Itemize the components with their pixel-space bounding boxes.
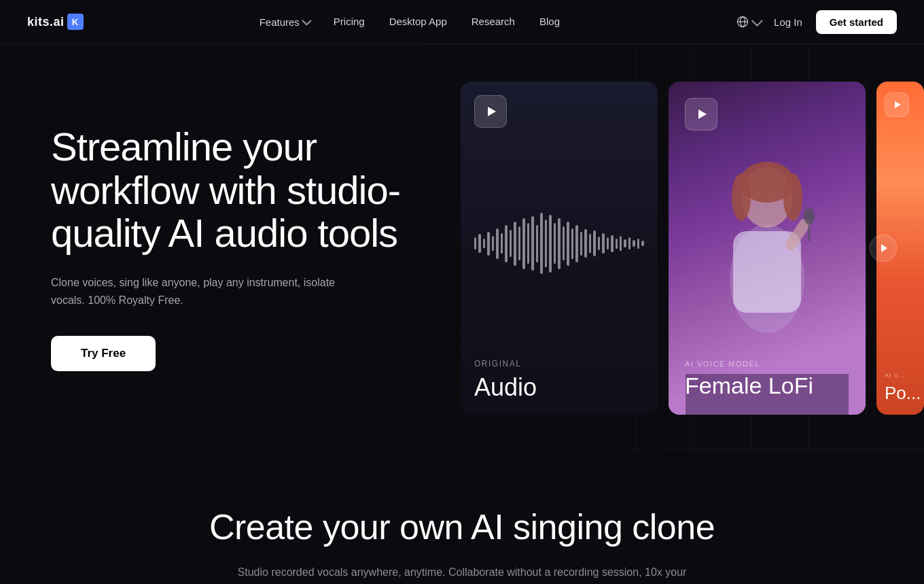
language-chevron-icon xyxy=(751,15,763,27)
nav-blog[interactable]: Blog xyxy=(539,16,560,27)
nav-features[interactable]: Features xyxy=(260,16,309,28)
waveform xyxy=(474,213,644,274)
lower-section: Create your own AI singing clone Studio … xyxy=(0,452,924,584)
features-chevron-icon xyxy=(302,16,311,26)
waveform-area xyxy=(474,128,644,359)
language-selector[interactable] xyxy=(736,15,760,29)
logo-icon: K xyxy=(67,14,84,30)
nav-research[interactable]: Research xyxy=(472,16,515,27)
logo[interactable]: kits.ai K xyxy=(27,14,84,30)
hero-title: Streamline your workflow with studio-qua… xyxy=(51,125,408,255)
play-icon-1 xyxy=(488,107,496,116)
card-original-name: Audio xyxy=(474,374,644,401)
card-partial-name: Po... xyxy=(885,383,916,404)
play-button-2[interactable] xyxy=(685,98,717,131)
lower-subtitle: Studio recorded vocals anywhere, anytime… xyxy=(231,564,693,584)
globe-icon xyxy=(736,15,749,29)
nav-right: Log In Get started xyxy=(736,10,897,34)
play-button-1[interactable] xyxy=(474,95,507,128)
navbar: kits.ai K Features Pricing Desktop App R… xyxy=(0,0,924,44)
hero-subtitle: Clone voices, sing like anyone, play any… xyxy=(51,274,350,309)
login-link[interactable]: Log In xyxy=(774,16,802,28)
nav-pricing[interactable]: Pricing xyxy=(334,16,365,27)
card-voice-type: AI VOICE MODEL xyxy=(685,360,849,368)
nav-links: Features Pricing Desktop App Research Bl… xyxy=(260,16,560,28)
try-free-button[interactable]: Try Free xyxy=(51,336,156,371)
get-started-button[interactable]: Get started xyxy=(816,10,897,34)
chevron-right-icon xyxy=(881,244,887,252)
nav-desktop-app[interactable]: Desktop App xyxy=(389,16,447,27)
carousel-next-button[interactable] xyxy=(870,235,897,262)
hero-cards: ORIGINAL Audio xyxy=(461,82,924,415)
card-voice-name: Female LoFi xyxy=(685,373,849,398)
play-button-3[interactable] xyxy=(885,92,909,117)
play-icon-2 xyxy=(698,109,707,119)
hero-content: Streamline your workflow with studio-qua… xyxy=(0,71,408,426)
card-voice-model: AI VOICE MODEL Female LoFi xyxy=(669,82,866,415)
play-icon-3 xyxy=(895,101,901,108)
lower-title: Create your own AI singing clone xyxy=(27,506,897,547)
card-partial-type: AI V... xyxy=(885,372,916,379)
logo-text: kits.ai xyxy=(27,15,65,29)
card-original: ORIGINAL Audio xyxy=(461,82,658,415)
hero-section: Streamline your workflow with studio-qua… xyxy=(0,44,924,452)
card-original-type: ORIGINAL xyxy=(474,359,644,368)
